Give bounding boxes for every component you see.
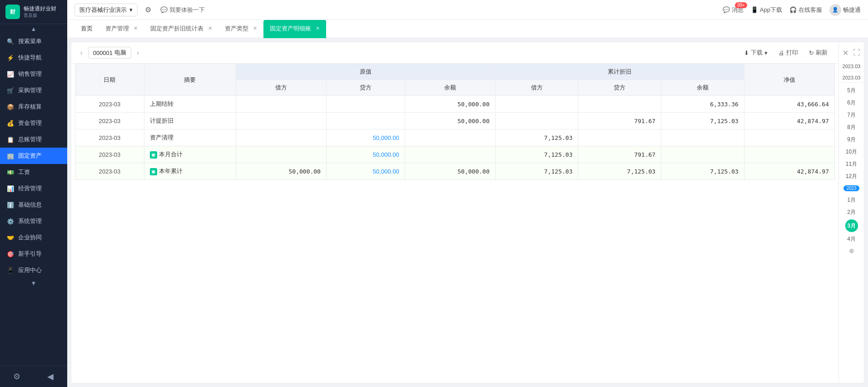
sidebar-item-operations[interactable]: 📊 经营管理 xyxy=(0,180,67,197)
timeline-expand-icon[interactable]: ⊕ xyxy=(849,247,854,254)
content-area: ‹ 000001 电脑 › ⬇ 下载 ▾ 🖨 打印 xyxy=(71,42,864,383)
avatar: 👤 xyxy=(829,4,841,16)
tab-asset-type[interactable]: 资产类型 ✕ xyxy=(218,20,263,38)
app-icon: 📱 xyxy=(6,266,15,274)
sidebar-item-sales[interactable]: 📈 销售管理 xyxy=(0,66,67,82)
refresh-button[interactable]: ↻ 刷新 xyxy=(805,47,831,59)
cell-summary: ▣本年累计 xyxy=(144,163,236,180)
timeline-month-11[interactable]: 11月 xyxy=(839,158,864,170)
sidebar-logo: 财 畅捷通好业财 普及版 xyxy=(0,0,67,24)
search-icon: 🔍 xyxy=(6,37,15,45)
panel-header: 2023.03 xyxy=(839,62,864,71)
cell-net-value: 42,874.97 xyxy=(744,163,834,180)
print-button[interactable]: 🖨 打印 xyxy=(775,47,802,59)
panel-close-button[interactable]: ✕ xyxy=(841,47,850,59)
ledger-icon: 📋 xyxy=(6,135,15,144)
settings-button[interactable]: ⚙ xyxy=(0,369,34,384)
tab-close-asset-detail[interactable]: ✕ xyxy=(316,25,320,31)
cell-dep-debit xyxy=(495,113,578,129)
guide-icon: 🎯 xyxy=(6,250,15,258)
cell-dep-credit: 791.67 xyxy=(578,113,661,129)
tab-asset-mgmt[interactable]: 资产管理 ✕ xyxy=(99,20,144,38)
logo-text: 畅捷通好业财 普及版 xyxy=(24,5,56,19)
cell-orig-credit: 50,000.00 xyxy=(326,129,405,146)
cell-orig-debit: 50,000.00 xyxy=(236,163,326,180)
timeline-month-9[interactable]: 9月 xyxy=(839,134,864,146)
sidebar-item-quick-nav[interactable]: ⚡ 快捷导航 xyxy=(0,50,67,66)
timeline-month-2[interactable]: 2月 xyxy=(839,206,864,218)
cell-dep-credit: 791.67 xyxy=(578,146,661,163)
cell-date: 2023-03 xyxy=(75,129,144,146)
topbar-settings-button[interactable]: ⚙ xyxy=(143,4,153,16)
sidebar-item-ledger[interactable]: 📋 总账管理 xyxy=(0,131,67,148)
collapse-button[interactable]: ◀ xyxy=(34,369,67,384)
timeline-month-8[interactable]: 8月 xyxy=(839,121,864,134)
cell-orig-credit xyxy=(326,113,405,129)
sidebar-item-purchase[interactable]: 🛒 采购管理 xyxy=(0,82,67,99)
sidebar-scroll-down[interactable]: ▼ xyxy=(0,278,67,288)
timeline-month-7[interactable]: 7月 xyxy=(839,109,864,121)
download-button[interactable]: ⬇ 下载 ▾ xyxy=(740,47,771,59)
cell-dep-balance: 7,125.03 xyxy=(661,163,744,180)
sidebar: 财 畅捷通好业财 普及版 ▲ 🔍 搜索菜单 ⚡ 快捷导航 📈 销售管理 🛒 采购… xyxy=(0,0,67,387)
cell-summary: ▣本月合计 xyxy=(144,146,236,163)
tab-asset-detail[interactable]: 固定资产明细账 ✕ xyxy=(263,20,326,38)
app-download-button[interactable]: 📱 App下载 xyxy=(751,6,782,14)
next-asset-button[interactable]: › xyxy=(135,48,141,57)
col-orig-credit: 贷方 xyxy=(326,80,405,96)
cell-orig-credit: 50,000.00 xyxy=(326,163,405,180)
logo-icon: 财 xyxy=(5,5,20,19)
tab-home[interactable]: 首页 xyxy=(74,20,99,38)
tab-depreciation-stats[interactable]: 固定资产折旧统计表 ✕ xyxy=(144,20,218,38)
sidebar-item-basic-info[interactable]: ℹ️ 基础信息 xyxy=(0,197,67,213)
sidebar-item-cooperation[interactable]: 🤝 企业协同 xyxy=(0,229,67,246)
timeline-month-5[interactable]: 5月 xyxy=(839,84,864,97)
system-icon: ⚙️ xyxy=(6,217,15,225)
sidebar-scroll-up[interactable]: ▲ xyxy=(0,24,67,33)
cell-orig-credit: 50,000.00 xyxy=(326,146,405,163)
company-selector[interactable]: 医疗器械行业演示 ▾ xyxy=(74,4,138,16)
cell-dep-credit: 7,125.03 xyxy=(578,163,661,180)
sidebar-item-app-center[interactable]: 📱 应用中心 xyxy=(0,262,67,278)
timeline-month-12[interactable]: 12月 xyxy=(839,170,864,183)
sidebar-item-payroll[interactable]: 💵 工资 xyxy=(0,164,67,180)
user-profile[interactable]: 👤 畅捷通 xyxy=(829,4,861,16)
tab-close-asset-mgmt[interactable]: ✕ xyxy=(134,25,138,31)
cell-dep-debit xyxy=(495,96,578,113)
chevron-down-icon: ▾ xyxy=(129,6,133,13)
message-button[interactable]: 💬 消息 99+ xyxy=(723,6,744,14)
asset-actions: ⬇ 下载 ▾ 🖨 打印 ↻ 刷新 xyxy=(740,47,831,59)
sidebar-item-system[interactable]: ⚙️ 系统管理 xyxy=(0,213,67,229)
panel-expand-button[interactable]: ⛶ xyxy=(851,47,862,59)
year-badge: 2023 xyxy=(843,185,859,191)
topbar: 医疗器械行业演示 ▾ ⚙ 💬 我要体验一下 💬 消息 99+ 📱 App下载 🎧… xyxy=(67,0,868,20)
tab-close-depreciation-stats[interactable]: ✕ xyxy=(208,25,212,31)
cell-orig-balance: 50,000.00 xyxy=(405,96,495,113)
cell-orig-debit xyxy=(236,96,326,113)
sidebar-item-inventory[interactable]: 📦 库存核算 xyxy=(0,99,67,115)
cell-date: 2023-03 xyxy=(75,146,144,163)
sidebar-item-guide[interactable]: 🎯 新手引导 xyxy=(0,246,67,262)
headset-icon: 🎧 xyxy=(789,6,797,13)
prev-asset-button[interactable]: ‹ xyxy=(79,48,84,57)
cell-net-value: 42,874.97 xyxy=(744,113,834,129)
timeline-month-6[interactable]: 6月 xyxy=(839,97,864,109)
col-original-value-group: 原值 xyxy=(236,64,495,80)
cell-orig-balance: 50,000.00 xyxy=(405,163,495,180)
timeline-month-4[interactable]: 4月 xyxy=(839,233,864,245)
cell-dep-balance: 6,333.36 xyxy=(661,96,744,113)
customer-service-button[interactable]: 🎧 在线客服 xyxy=(789,6,822,14)
sidebar-item-finance[interactable]: 💰 资金管理 xyxy=(0,115,67,131)
sidebar-item-search[interactable]: 🔍 搜索菜单 xyxy=(0,33,67,50)
tab-close-asset-type[interactable]: ✕ xyxy=(253,25,257,31)
timeline-month-3[interactable]: 3月 xyxy=(845,219,858,232)
cell-dep-debit: 7,125.03 xyxy=(495,146,578,163)
cell-orig-balance xyxy=(405,129,495,146)
download-icon: ⬇ xyxy=(744,50,749,56)
timeline-month-10[interactable]: 10月 xyxy=(839,146,864,158)
trial-button[interactable]: 💬 我要体验一下 xyxy=(160,6,205,14)
timeline-month-1[interactable]: 1月 xyxy=(839,194,864,206)
phone-icon: 📱 xyxy=(751,6,758,13)
cell-dep-balance xyxy=(661,129,744,146)
sidebar-item-fixed-assets[interactable]: 🏢 固定资产 xyxy=(0,148,67,164)
